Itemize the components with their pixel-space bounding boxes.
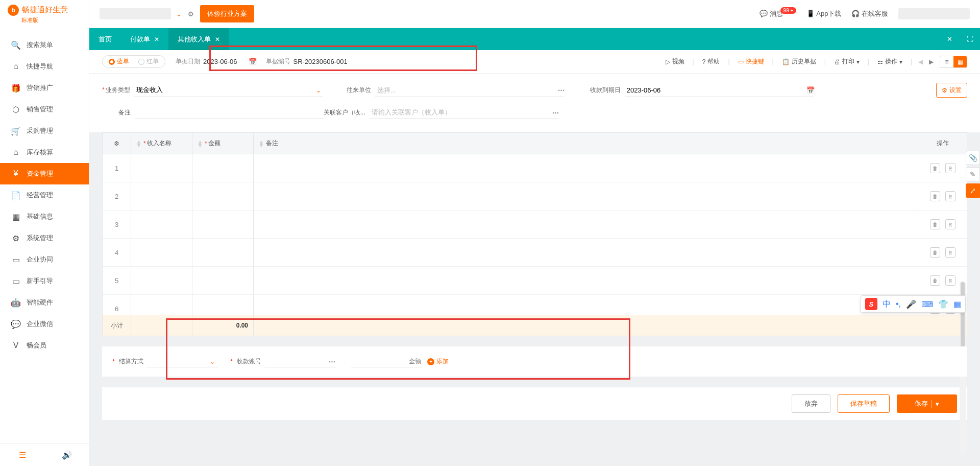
due-date-field[interactable]: 收款到期日 📅 [590,83,815,98]
col-income-name[interactable]: ▲▼*收入名称 [131,133,192,154]
table-row[interactable]: 6🗑⎘ [103,295,967,315]
copy-row-icon[interactable]: ⎘ [945,163,955,173]
user-placeholder[interactable] [898,8,970,19]
customer-service-link[interactable]: 🎧 在线客服 [851,9,888,18]
more-icon[interactable]: ⋯ [558,86,565,94]
close-icon[interactable]: ✕ [215,36,220,43]
sidebar-sound-icon[interactable]: 🔊 [44,450,89,460]
nav-icon: ⌂ [11,148,20,157]
col-amount[interactable]: ▲▼*金额 [192,133,254,154]
sidebar-item-6[interactable]: ¥资金管理 [0,163,89,184]
sidebar-item-4[interactable]: 🛒采购管理 [0,120,89,142]
expand-tool-icon[interactable]: ⤢ [966,183,980,198]
sidebar-item-8[interactable]: ▦基础信息 [0,206,89,227]
table-row[interactable]: 1🗑⎘ [103,154,967,182]
card-view-icon[interactable]: ▦ [953,56,967,67]
red-order-radio[interactable]: 红单 [138,57,159,66]
save-draft-button[interactable]: 保存草稿 [838,394,890,413]
ime-skin-icon[interactable]: 👕 [938,299,948,309]
tab-close-all-icon[interactable]: ✕ [939,29,960,50]
sidebar-item-10[interactable]: ▭企业协同 [0,249,89,270]
copy-row-icon[interactable]: ⎘ [945,275,955,286]
settle-method-input[interactable] [146,356,218,367]
tab-0[interactable]: 首页 [89,28,121,50]
sidebar-item-7[interactable]: 📄经营管理 [0,184,89,206]
blue-order-radio[interactable]: 蓝单 [109,57,129,66]
settle-account-input[interactable] [264,356,336,367]
ime-lang[interactable]: 中 [883,299,891,310]
help-button[interactable]: ? 帮助 [700,56,722,67]
app-download-link[interactable]: 📱 App下载 [806,9,841,18]
table-row[interactable]: 4🗑⎘ [103,239,967,267]
sidebar-item-3[interactable]: ⬡销售管理 [0,99,89,120]
shortcut-button[interactable]: ▭ 快捷键 [736,56,766,67]
view-toggle[interactable]: ≡ ▦ [940,56,967,68]
video-button[interactable]: ▷ 视频 [664,56,687,67]
close-icon[interactable]: ✕ [154,36,159,43]
history-button[interactable]: 📋 历史单据 [780,56,818,67]
sidebar-item-0[interactable]: 🔍搜索菜单 [0,34,89,56]
org-selector[interactable]: ⌄ [100,8,182,19]
doc-date-value[interactable]: 2023-06-06 [203,58,237,65]
table-row[interactable]: 3🗑⎘ [103,211,967,239]
list-view-icon[interactable]: ≡ [940,56,953,67]
save-button[interactable]: 保存 ▾ [897,394,957,413]
more-icon[interactable]: ⋯ [329,358,335,365]
order-type-toggle[interactable]: 蓝单 红单 [102,55,165,68]
remark-field[interactable]: 备注 [102,106,324,119]
delete-row-icon[interactable]: 🗑 [930,219,940,229]
biz-type-field[interactable]: *业务类型 ⌄ [102,83,321,98]
sidebar-item-2[interactable]: 🎁营销推广 [0,77,89,99]
print-button[interactable]: 🖨 打印 ▾ [832,56,862,67]
more-icon[interactable]: ⋯ [552,109,559,116]
sidebar-item-12[interactable]: 🤖智能硬件 [0,292,89,313]
delete-row-icon[interactable]: 🗑 [930,163,940,173]
biz-type-input[interactable] [134,84,323,97]
party-input[interactable] [375,84,564,97]
ime-keyboard-icon[interactable]: ⌨ [921,299,933,309]
table-row[interactable]: 5🗑⎘ [103,267,967,295]
next-icon[interactable]: ▶ [929,58,934,65]
sidebar-item-9[interactable]: ⚙系统管理 [0,227,89,249]
calendar-icon[interactable]: 📅 [249,58,257,65]
delete-row-icon[interactable]: 🗑 [930,191,940,201]
add-settlement-button[interactable]: +添加 [427,357,449,366]
link-customer-field[interactable]: 关联客户（收... ⋯ [324,106,559,119]
sidebar-menu-icon[interactable]: ☰ [0,450,44,460]
tab-expand-icon[interactable]: ⛶ [960,29,980,50]
delete-row-icon[interactable]: 🗑 [930,275,940,286]
config-header-icon[interactable]: ⚙ [103,133,131,154]
ime-punct-icon[interactable]: •, [896,299,901,309]
prev-icon[interactable]: ◀ [918,58,923,65]
settings-button[interactable]: ⚙ 设置 [936,83,967,98]
delete-row-icon[interactable]: 🗑 [930,247,940,258]
sidebar-item-5[interactable]: ⌂库存核算 [0,142,89,163]
ime-toolbox-icon[interactable]: ▦ [953,299,961,309]
calendar-icon[interactable]: 📅 [806,86,815,94]
gear-icon[interactable]: ⚙ [188,10,194,18]
table-row[interactable]: 2🗑⎘ [103,182,967,211]
col-remark[interactable]: ▲▼备注 [254,133,918,154]
link-customer-input[interactable] [370,106,558,119]
ime-mic-icon[interactable]: 🎤 [906,299,916,309]
party-field[interactable]: 往来单位 ⋯ [347,83,565,98]
settle-amount-input[interactable] [351,356,422,367]
sidebar-item-1[interactable]: ⌂快捷导航 [0,56,89,77]
due-date-input[interactable] [625,84,814,97]
tab-1[interactable]: 付款单✕ [121,28,168,50]
ime-toolbar[interactable]: S 中 •, 🎤 ⌨ 👕 ▦ [861,295,966,313]
messages-link[interactable]: 💬 消息99 + [760,9,796,18]
attachment-icon[interactable]: 📎 [966,151,980,165]
tab-2[interactable]: 其他收入单✕ [168,28,229,50]
copy-row-icon[interactable]: ⎘ [945,191,955,201]
copy-row-icon[interactable]: ⎘ [945,247,955,258]
copy-row-icon[interactable]: ⎘ [945,219,955,229]
sidebar-item-14[interactable]: V畅会员 [0,335,89,356]
edit-icon[interactable]: ✎ [966,167,980,181]
sidebar-item-11[interactable]: ▭新手引导 [0,270,89,292]
operate-button[interactable]: ⚏ 操作 ▾ [875,56,904,67]
remark-input[interactable] [135,106,324,119]
discard-button[interactable]: 放弃 [792,394,830,413]
experience-button[interactable]: 体验行业方案 [200,5,254,22]
sidebar-item-13[interactable]: 💬企业微信 [0,313,89,335]
